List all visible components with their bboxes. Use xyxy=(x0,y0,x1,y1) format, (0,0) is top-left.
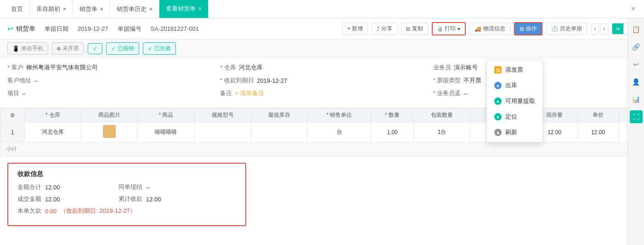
tab-inventory-init[interactable]: 库存期初 × xyxy=(30,0,73,18)
row-image xyxy=(81,122,138,142)
tab-sales-order[interactable]: 销货单 × xyxy=(73,0,110,18)
grid-icon: ⊞ xyxy=(520,26,524,32)
col-pkg-qty: 包装数量 xyxy=(414,108,470,122)
prev-button[interactable]: ‹ xyxy=(591,23,599,34)
transaction-item: 成交金额 12.00 xyxy=(17,195,100,203)
subtotal-label: 小计 xyxy=(0,142,644,156)
doc-title: ↩ 销货单 xyxy=(7,24,35,33)
product-image xyxy=(103,125,116,138)
view-list-button[interactable]: ≡ xyxy=(612,23,624,34)
sales-order-icon: ↩ xyxy=(7,24,13,33)
row-price: 12.00 xyxy=(577,122,618,142)
doc-title-text: 销货单 xyxy=(16,25,35,33)
outbound-icon: ● xyxy=(494,82,502,89)
dropdown-refresh[interactable]: ● 刷新 xyxy=(487,125,542,140)
data-table: ⚙ * 仓库 商品图片 * 商品 规格型号 最低库存 * 销售单位 * 数量 包… xyxy=(0,108,644,156)
phone-icon: 📱 xyxy=(12,46,19,52)
main-content: ↩ 销货单 单据日期 2019-12-27 单据编号 SA-20191227-0… xyxy=(0,18,644,245)
sidebar-icon-5[interactable]: 📊 xyxy=(630,93,643,106)
tab-home[interactable]: 首页 xyxy=(5,0,30,18)
new-button[interactable]: + 新增 xyxy=(342,23,368,35)
customer-value: 柳州粤港平安气体有限公司 xyxy=(26,63,98,72)
sidebar-icon-2[interactable]: 🔗 xyxy=(630,40,643,53)
col-image: 商品图片 xyxy=(81,108,138,122)
print-button[interactable]: 🖨 打印 ▾ xyxy=(432,22,466,35)
operations-dropdown: ▤ 添发票 ● 出库 ● 可用量提取 ● 定位 ● 刷新 xyxy=(486,60,543,142)
row-unit: 台 xyxy=(307,122,371,142)
sidebar-icon-3[interactable]: ↩ xyxy=(630,58,643,71)
summary-box: 收款信息 金额合计 12.00 同单现结 -- 成交金额 12.00 累计收款 xyxy=(7,163,246,226)
checked-button[interactable]: ✓ xyxy=(88,43,102,54)
row-product: 嘻嘻嘻嘻 xyxy=(138,122,194,142)
tab-close-view[interactable]: × xyxy=(198,6,202,12)
history-button[interactable]: 🕐 历史单据 xyxy=(546,23,587,35)
cumulative-value: 12.00 xyxy=(146,196,161,203)
not-opened-button[interactable]: 未开票 xyxy=(52,42,84,55)
tab-close-inventory[interactable]: × xyxy=(63,6,66,12)
note-label: 备注 xyxy=(220,89,232,97)
row-warehouse: 河北仓库 xyxy=(25,122,81,142)
row-qty: 1.00 xyxy=(371,122,414,142)
salesperson2-label: 业务员孟 xyxy=(433,89,461,97)
same-order-label: 同单现结 xyxy=(119,183,142,191)
next-button[interactable]: › xyxy=(600,23,608,34)
note-field: 备注 添加备注 xyxy=(220,89,424,97)
salesperson-value: 演示账号 xyxy=(454,63,478,72)
address-field: 客户地址 -- xyxy=(7,76,211,85)
warehouse-label: 仓库 xyxy=(220,63,236,72)
share-button[interactable]: ⤴ 分享 xyxy=(372,23,397,35)
sidebar-icon-expand[interactable]: ⛶ xyxy=(630,110,643,123)
number-label: 单据编号 xyxy=(118,25,141,33)
right-sidebar: 📋 🔗 ↩ 👤 📊 ⛶ xyxy=(627,18,644,245)
tab-close-sales[interactable]: × xyxy=(100,6,103,12)
table-section: ⚙ * 仓库 商品图片 * 商品 规格型号 最低库存 * 销售单位 * 数量 包… xyxy=(0,108,644,156)
sidebar-icon-1[interactable]: 📋 xyxy=(630,23,643,36)
subtotal-row: 小计 xyxy=(0,142,644,156)
logistics-icon: 🚚 xyxy=(475,26,481,32)
dropdown-outbound[interactable]: ● 出库 xyxy=(487,78,542,93)
copy-button[interactable]: ⧉ 复制 xyxy=(401,23,428,35)
project-value: -- xyxy=(22,90,26,97)
from-phone-button[interactable]: 📱 来自手机 xyxy=(7,42,48,55)
tab-close-history[interactable]: × xyxy=(149,6,153,12)
cumulative-item: 累计收款 12.00 xyxy=(119,195,201,203)
col-product: * 商品 xyxy=(138,108,194,122)
dropdown-available-qty[interactable]: ● 可用量提取 xyxy=(487,93,542,109)
check-icon: ✓ xyxy=(93,46,97,52)
number-value: SA-20191227-001 xyxy=(151,25,199,32)
due-date-hint: （收款到期日: 2019-12-27） xyxy=(60,207,136,215)
customer-label: 客户 xyxy=(7,63,23,72)
dropdown-locate[interactable]: ● 定位 xyxy=(487,109,542,125)
col-price: 单价 xyxy=(577,108,618,122)
same-order-value: -- xyxy=(146,184,150,191)
already-checked-button[interactable]: ✓ 已核销 xyxy=(106,42,139,55)
transaction-label: 成交金额 xyxy=(17,195,41,203)
already-effective-button[interactable]: ✓ 已生效 xyxy=(143,42,176,55)
sidebar-icon-4[interactable]: 👤 xyxy=(630,75,643,88)
warehouse-field: 仓库 河北仓库 xyxy=(220,63,424,72)
not-opened-dot xyxy=(57,47,61,51)
window-close-button[interactable]: × xyxy=(627,4,639,14)
summary-row-3: 本单欠款 0.00 （收款到期日: 2019-12-27） xyxy=(17,207,236,215)
project-field: 项目 -- xyxy=(7,89,211,97)
customer-field: 客户 柳州粤港平安气体有限公司 xyxy=(7,63,211,72)
available-qty-icon: ● xyxy=(494,97,502,105)
same-order-item: 同单现结 -- xyxy=(119,183,201,191)
tab-sales-history[interactable]: 销货单历史 × xyxy=(110,0,159,18)
date-label: 单据日期 xyxy=(45,25,68,33)
tab-view-sales[interactable]: 查看销货单 × xyxy=(159,0,209,18)
print-icon: 🖨 xyxy=(437,26,443,32)
logistics-button[interactable]: 🚚 物流信息 xyxy=(469,23,510,35)
col-qty: * 数量 xyxy=(371,108,414,122)
transaction-value: 12.00 xyxy=(45,196,60,203)
dropdown-add-invoice[interactable]: ▤ 添发票 xyxy=(487,62,542,78)
effective-icon: ✓ xyxy=(148,46,153,52)
operations-button[interactable]: ⊞ 操作 xyxy=(514,22,542,35)
summary-section: 收款信息 金额合计 12.00 同单现结 -- 成交金额 12.00 累计收款 xyxy=(0,156,644,233)
address-value: -- xyxy=(34,77,38,84)
arrears-value: 0.00 xyxy=(45,208,56,215)
doc-actions: + 新增 ⤴ 分享 ⧉ 复制 🖨 打印 ▾ 🚚 物流信息 ⊞ 操作 xyxy=(342,22,637,35)
history-icon: 🕐 xyxy=(551,26,558,32)
add-note-button[interactable]: 添加备注 xyxy=(235,89,264,97)
doc-meta: 单据日期 2019-12-27 单据编号 SA-20191227-001 xyxy=(45,25,199,33)
